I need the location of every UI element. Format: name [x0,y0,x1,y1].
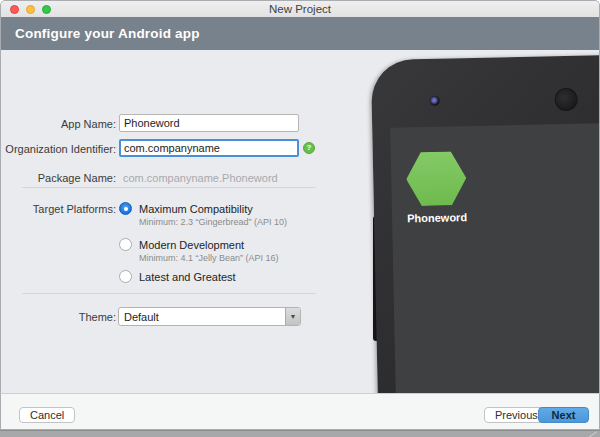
wizard-content: Phoneword App Name: Organization Identif… [0,50,600,393]
page-title: Configure your Android app [15,26,200,41]
organization-identifier-label: Organization Identifier: [1,143,116,155]
resize-grip[interactable] [586,431,597,437]
new-project-dialog: New Project Configure your Android app P… [0,0,600,437]
phone-camera-icon [430,96,440,106]
app-hexagon-icon [406,150,467,207]
package-name-value: com.companyname.Phoneword [123,172,278,184]
theme-dropdown[interactable]: Default ▼ [118,307,301,326]
package-name-label: Package Name: [1,172,116,184]
app-name-input[interactable] [119,114,299,132]
theme-dropdown-value: Default [119,311,285,323]
divider [22,293,316,294]
radio-modern-development[interactable] [119,238,132,251]
device-preview: Phoneword [372,60,600,393]
help-icon[interactable]: ? [303,142,315,154]
theme-label: Theme: [1,311,116,323]
phone-screen: Phoneword [390,121,600,393]
cancel-button[interactable]: Cancel [19,407,75,423]
phone-speaker-icon [554,88,577,111]
divider [22,187,316,188]
radio-latest-and-greatest-label[interactable]: Latest and Greatest [139,271,236,283]
chevron-down-icon[interactable]: ▼ [285,308,300,325]
app-icon-label: Phoneword [387,211,487,225]
next-button[interactable]: Next [538,407,589,423]
radio-latest-and-greatest[interactable] [119,270,132,283]
radio-maximum-compatibility-sublabel: Minimum: 2.3 “Gingerbread” (API 10) [139,217,287,227]
dialog-footer: Cancel Previous Next [0,393,600,430]
phone-body: Phoneword [371,54,600,393]
titlebar: New Project [0,0,600,17]
wizard-header: Configure your Android app [0,17,600,50]
desktop-background-strip [0,430,600,437]
target-platforms-label: Target Platforms: [1,203,116,215]
organization-identifier-input[interactable] [119,139,299,157]
window-title: New Project [1,3,599,15]
radio-maximum-compatibility-label[interactable]: Maximum Compatibility [139,203,253,215]
app-name-label: App Name: [1,118,116,130]
radio-modern-development-sublabel: Minimum: 4.1 “Jelly Bean” (API 16) [139,253,279,263]
radio-modern-development-label[interactable]: Modern Development [139,239,244,251]
radio-maximum-compatibility[interactable] [119,202,132,215]
